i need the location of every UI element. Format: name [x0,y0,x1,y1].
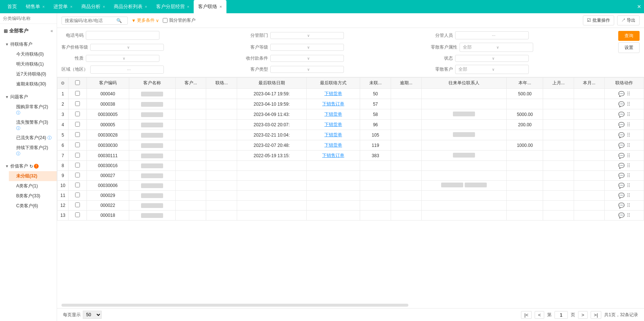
pending-contact-group[interactable]: ▼ 待联络客户 [0,39,57,49]
more-action-icon[interactable]: ⠿ [627,112,630,117]
last-method-link[interactable]: 下销货单 [324,122,342,127]
settings-icon[interactable]: ⚙ [61,81,65,86]
nav-purchase[interactable]: 进货单 × [49,0,77,13]
more-action-icon[interactable]: ⠿ [627,173,630,179]
row-checkbox[interactable] [75,101,80,106]
payment-select[interactable]: ∨ [270,55,344,62]
last-method-link[interactable]: 下销售订单 [322,153,344,158]
contact-icon[interactable]: 💬 [618,202,624,208]
nav-home[interactable]: 首页 [3,0,21,13]
close-icon[interactable]: × [103,4,105,9]
retail-customer-select[interactable]: 全部∨ [455,65,529,74]
contact-icon[interactable]: 💬 [618,153,624,159]
th-last-method[interactable]: 最后联络方式 [306,78,360,89]
close-icon[interactable]: × [42,4,45,9]
row-checkbox[interactable] [75,163,80,167]
row-checkbox[interactable] [75,183,80,187]
contact-icon[interactable]: 💬 [618,142,624,148]
sidebar-all-customers[interactable]: ⊞ 全部客户 « [0,25,57,36]
contact-icon[interactable]: 💬 [618,132,624,138]
per-page-select[interactable]: 50 100 200 [83,311,102,319]
contact-icon[interactable]: 💬 [618,193,624,198]
value-customers-group[interactable]: ▼ 价值客户 ↻ ! [0,161,57,171]
close-icon[interactable]: × [219,4,222,9]
last-method-link[interactable]: 下销货单 [324,142,342,148]
contact-icon[interactable]: 💬 [618,122,624,128]
dots-icon[interactable]: ··· [126,67,161,72]
contact-icon[interactable]: 💬 [618,112,624,117]
dept-select[interactable]: ∨ [270,32,344,39]
select-all-checkbox[interactable] [75,80,80,85]
more-action-icon[interactable]: ⠿ [627,202,630,208]
close-icon[interactable]: × [145,4,147,9]
more-action-icon[interactable]: ⠿ [627,163,630,169]
contact-icon[interactable]: 💬 [618,173,624,179]
close-icon[interactable]: × [187,4,189,9]
row-checkbox[interactable] [75,212,80,217]
sidebar-item-7days[interactable]: 近7天待联络(0) [9,69,57,79]
th-uncontacted[interactable]: 未联... [360,78,391,89]
sidebar-item-overdue[interactable]: 逾期未联络(30) [9,79,57,89]
sidebar-item-type-b[interactable]: B类客户(33) [9,191,57,201]
row-checkbox[interactable] [75,112,80,116]
th-overdue[interactable]: 逾期... [391,78,422,89]
my-customers-checkbox[interactable] [163,18,168,23]
sidebar-item-type-a[interactable]: A类客户(1) [9,181,57,191]
th-type[interactable]: 客户... [175,78,206,89]
contact-icon[interactable]: 💬 [618,163,624,169]
first-page-button[interactable]: |< [521,311,532,319]
more-action-icon[interactable]: ⠿ [627,132,630,138]
retail-attr-select[interactable]: 全部∨ [460,43,533,52]
prev-page-button[interactable]: < [535,311,544,319]
sidebar-item-ungrouped[interactable]: 未分组(32) [9,171,57,181]
row-checkbox[interactable] [75,122,80,127]
contact-icon[interactable]: 💬 [618,183,624,188]
more-action-icon[interactable]: ⠿ [627,91,630,97]
row-checkbox[interactable] [75,193,80,197]
more-action-icon[interactable]: ⠿ [627,193,630,198]
phone-input[interactable] [86,31,159,40]
horizontal-scrollbar[interactable] [61,304,408,307]
row-checkbox[interactable] [75,153,80,158]
query-button[interactable]: 查询 [618,31,640,41]
sidebar-item-churned[interactable]: 已流失客户(24) ⓘ [9,133,57,143]
row-checkbox[interactable] [75,91,80,96]
more-action-icon[interactable]: ⠿ [627,153,630,159]
nav-product-analysis-list[interactable]: 商品分析列表 × [109,0,151,13]
more-action-icon[interactable]: ⠿ [627,122,630,128]
dots-icon[interactable]: ··· [490,33,525,38]
row-checkbox[interactable] [75,132,80,137]
more-action-icon[interactable]: ⠿ [627,101,630,107]
th-name[interactable]: 客户名称 [129,78,175,89]
filter-search-input[interactable] [65,18,116,23]
page-number-input[interactable] [555,311,568,319]
batch-ops-button[interactable]: ☑ 批量操作 [583,15,614,25]
refresh-icon[interactable]: ↻ [29,164,33,169]
th-contact[interactable]: 联络... [206,78,237,89]
last-method-link[interactable]: 下销售订单 [322,101,344,106]
more-action-icon[interactable]: ⠿ [627,212,630,218]
problem-customers-group[interactable]: ▼ 问题客户 [0,92,57,102]
reset-button[interactable]: 设置 [618,42,640,53]
sidebar-collapse-icon[interactable]: « [50,28,53,33]
nature-select[interactable]: ∨ [86,55,159,62]
nav-customer-tier[interactable]: 客户分层经营 × [152,0,194,13]
customer-type-select[interactable]: ∨ [270,66,344,73]
sidebar-item-hoarding[interactable]: 囤购异常客户(2) ⓘ [9,102,57,117]
nav-customer-contact[interactable]: 客户联络 × [194,0,226,13]
th-this-year[interactable]: 本年... [507,78,543,89]
sidebar-item-type-c[interactable]: C类客户(6) [9,201,57,211]
th-this-month[interactable]: 本月... [574,78,605,89]
contact-icon[interactable]: 💬 [618,212,624,218]
last-method-link[interactable]: 下销货单 [324,112,342,117]
more-action-icon[interactable]: ⠿ [627,183,630,188]
row-checkbox[interactable] [75,142,80,147]
contact-icon[interactable]: 💬 [618,91,624,97]
th-last-month[interactable]: 上月... [543,78,574,89]
next-page-button[interactable]: > [578,311,588,319]
sidebar-item-today[interactable]: 今天待联络(0) [9,49,57,59]
row-checkbox[interactable] [75,173,80,177]
person-select[interactable]: ··· [455,31,529,39]
price-tier-select[interactable]: ∨ [90,44,164,51]
sidebar-item-tomorrow[interactable]: 明天待联络(1) [9,59,57,69]
